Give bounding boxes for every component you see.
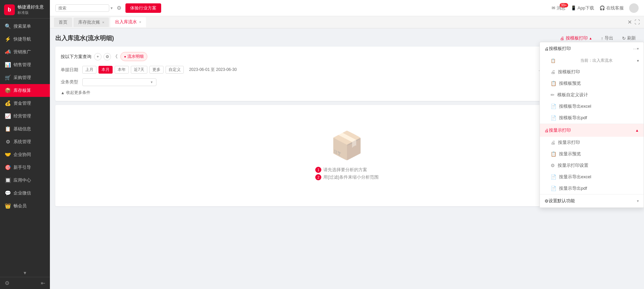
date-btn-本年[interactable]: 本年 bbox=[115, 66, 129, 74]
template-print-header-icon: 🖨 bbox=[545, 46, 549, 51]
date-btn-上月[interactable]: 上月 bbox=[82, 66, 96, 74]
sidebar-item-collab[interactable]: 🤝企业协同 bbox=[0, 148, 50, 161]
date-btn-本月[interactable]: 本月 bbox=[98, 66, 113, 74]
wechat-nav-icon: 💬 bbox=[5, 190, 11, 196]
template-export-pdf-item[interactable]: 📄 按模板导出pdf bbox=[540, 112, 644, 124]
sidebar-item-label-operations: 经营管理 bbox=[13, 113, 31, 119]
search-input[interactable] bbox=[55, 4, 109, 12]
sidebar-item-purchase[interactable]: 🛒采购管理 bbox=[0, 71, 50, 84]
collab-nav-icon: 🤝 bbox=[5, 152, 11, 158]
display-print-settings-item[interactable]: ⚙ 按显示打印设置 bbox=[540, 160, 644, 171]
topbar-search: ▾ bbox=[55, 4, 113, 12]
tab-close-batch[interactable]: × bbox=[102, 20, 104, 24]
preview-item-icon: 📋 bbox=[551, 81, 556, 86]
template-export-excel-item[interactable]: 📄 按模板导出excel bbox=[540, 101, 644, 112]
display-settings-icon: ⚙ bbox=[551, 163, 555, 168]
sidebar-item-vip[interactable]: 👑畅会员 bbox=[0, 200, 50, 212]
biz-type-select[interactable]: ▾ bbox=[82, 78, 156, 86]
display-print-section: 🖨 按显示打印 ▲ 🖨 按显示打印 📋 按显示预览 ⚙ 按显示打印设置 bbox=[540, 124, 644, 194]
sidebar-item-finance[interactable]: 💰资金管理 bbox=[0, 97, 50, 110]
tab-home[interactable]: 首页 bbox=[54, 18, 72, 27]
date-btn-自定义[interactable]: 自定义 bbox=[166, 66, 184, 74]
sidebar-item-label-inventory: 库存核算 bbox=[13, 87, 31, 94]
close-tab-btn[interactable]: ✕ bbox=[627, 19, 632, 25]
app-name: 畅捷通好生意 标准版 bbox=[18, 4, 44, 16]
search-dropdown-icon[interactable]: ▾ bbox=[111, 6, 113, 10]
date-btn-更多[interactable]: 更多 bbox=[149, 66, 164, 74]
sidebar-item-label-collab: 企业协同 bbox=[13, 152, 31, 158]
app-logo-icon: b bbox=[4, 4, 15, 15]
tab-close-flow[interactable]: × bbox=[139, 20, 141, 24]
sidebar-scroll-down[interactable]: ▼ bbox=[0, 269, 50, 277]
default-func-section: ⚙ 设置默认功能 ▾ bbox=[540, 194, 644, 208]
current-label-chevron: ▾ bbox=[637, 58, 639, 63]
settings-icon[interactable]: ⚙ bbox=[5, 280, 9, 286]
filter-settings-btn[interactable]: ⚙ bbox=[104, 53, 111, 60]
sidebar-item-label-basic: 基础信息 bbox=[13, 126, 31, 132]
topbar-right: ✉ 消息 99+ 📱 App下载 🎧 在线客服 bbox=[552, 3, 639, 13]
default-func-chevron-icon: ▾ bbox=[637, 199, 639, 203]
sidebar-item-label-search: 搜索菜单 bbox=[13, 23, 31, 29]
sidebar: b 畅捷通好生意 标准版 🔍搜索菜单⚡快捷导航📣营销推广📊销售管理🛒采购管理📦库… bbox=[0, 0, 50, 289]
display-print-header[interactable]: 🖨 按显示打印 ▲ bbox=[540, 124, 644, 137]
guide-nav-icon: 🎯 bbox=[5, 164, 11, 170]
template-print-header[interactable]: 🖨 按模板打印 ··· ▾ bbox=[540, 42, 644, 55]
date-filter: 上月本月本年近7天更多自定义 bbox=[82, 66, 184, 74]
filter-add-btn[interactable]: + bbox=[94, 53, 101, 60]
display-print-header-icon: 🖨 bbox=[545, 128, 549, 133]
display-pdf-icon: 📄 bbox=[551, 186, 556, 191]
sidebar-item-basic[interactable]: 📋基础信息 bbox=[0, 123, 50, 135]
sidebar-item-guide[interactable]: 🎯新手引导 bbox=[0, 161, 50, 174]
sidebar-item-wechat[interactable]: 💬企业微信 bbox=[0, 187, 50, 200]
sidebar-item-system[interactable]: ⚙系统管理 bbox=[0, 135, 50, 148]
marketing-nav-icon: 📣 bbox=[5, 49, 11, 55]
expand-tab-btn[interactable]: ⛶ bbox=[635, 19, 640, 25]
page-title: 出入库流水(流水明细) bbox=[55, 34, 114, 42]
tab-label-flow: 出入库流水 bbox=[115, 19, 137, 25]
template-custom-item[interactable]: ✏ 模板自定义设计 bbox=[540, 89, 644, 101]
sidebar-item-label-finance: 资金管理 bbox=[13, 100, 31, 106]
sidebar-item-inventory[interactable]: 📦库存核算 bbox=[0, 84, 50, 97]
display-export-excel-item[interactable]: 📄 按显示导出excel bbox=[540, 171, 644, 183]
sidebar-item-sales[interactable]: 📊销售管理 bbox=[0, 58, 50, 71]
collapse-icon[interactable]: ⇤ bbox=[41, 280, 45, 286]
tab-batch[interactable]: 库存批次账× bbox=[74, 18, 109, 27]
user-avatar[interactable] bbox=[629, 3, 639, 13]
date-btn-近7天[interactable]: 近7天 bbox=[131, 66, 147, 74]
sidebar-logo: b 畅捷通好生意 标准版 bbox=[0, 0, 50, 19]
display-print-chevron-icon: ▲ bbox=[635, 128, 639, 132]
print-template-btn[interactable]: 🖨 按模板打印 ▲ bbox=[557, 34, 595, 43]
filter-fold-btn[interactable]: 《 bbox=[113, 54, 118, 60]
display-preview-item[interactable]: 📋 按显示预览 bbox=[540, 148, 644, 160]
sidebar-item-label-sales: 销售管理 bbox=[13, 62, 31, 68]
message-btn[interactable]: ✉ 消息 99+ bbox=[552, 5, 565, 11]
default-func-header[interactable]: ⚙ 设置默认功能 ▾ bbox=[540, 194, 644, 207]
industry-btn[interactable]: 体验行业方案 bbox=[125, 3, 161, 13]
template-print-dots[interactable]: ··· bbox=[633, 46, 637, 51]
current-label-icon: 📋 bbox=[551, 58, 556, 63]
sidebar-item-shortcut[interactable]: ⚡快捷导航 bbox=[0, 33, 50, 46]
topbar-settings-icon[interactable]: ⚙ bbox=[117, 5, 121, 11]
inventory-nav-icon: 📦 bbox=[5, 87, 11, 94]
sidebar-item-apps[interactable]: 🔲应用中心 bbox=[0, 174, 50, 187]
template-preview-item[interactable]: 📋 按模板预览 bbox=[540, 78, 644, 89]
sidebar-item-operations[interactable]: 📈经营管理 bbox=[0, 110, 50, 123]
biz-type-chevron-icon: ▾ bbox=[151, 80, 153, 84]
display-export-pdf-item[interactable]: 📄 按显示导出pdf bbox=[540, 183, 644, 194]
export-btn[interactable]: ↑ 导出 bbox=[598, 34, 616, 43]
tab-flow[interactable]: 出入库流水× bbox=[110, 17, 146, 27]
refresh-btn[interactable]: ↻ 刷新 bbox=[619, 34, 639, 43]
sidebar-item-label-wechat: 企业微信 bbox=[13, 190, 31, 196]
filter-active-tag[interactable]: ● 流水明细 bbox=[120, 52, 147, 61]
display-print-icon: 🖨 bbox=[551, 140, 555, 145]
purchase-nav-icon: 🛒 bbox=[5, 75, 11, 81]
sidebar-item-label-vip: 畅会员 bbox=[13, 203, 27, 209]
app-download-btn[interactable]: 📱 App下载 bbox=[571, 5, 594, 11]
display-print-item[interactable]: 🖨 按显示打印 bbox=[540, 137, 644, 148]
template-print-item[interactable]: 🖨 按模板打印 bbox=[540, 66, 644, 78]
refresh-icon: ↻ bbox=[622, 36, 626, 41]
message-icon: ✉ bbox=[552, 5, 555, 10]
online-service-btn[interactable]: 🎧 在线客服 bbox=[599, 5, 624, 11]
sidebar-item-marketing[interactable]: 📣营销推广 bbox=[0, 46, 50, 58]
sidebar-item-search[interactable]: 🔍搜索菜单 bbox=[0, 20, 50, 33]
